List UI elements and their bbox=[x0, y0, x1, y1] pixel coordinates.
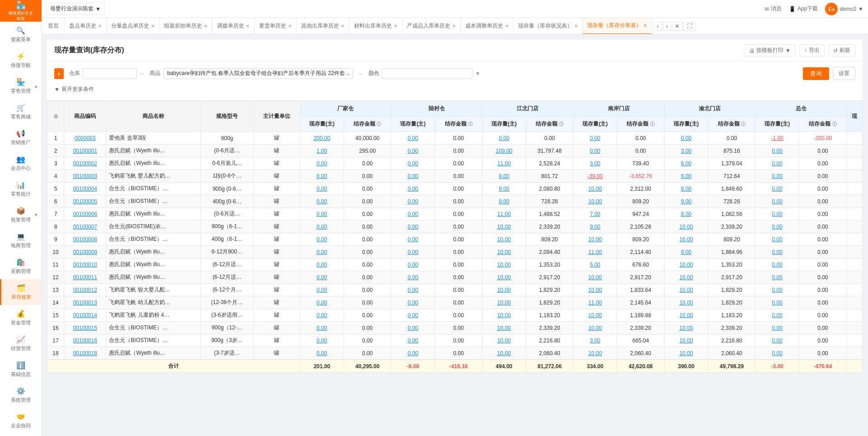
cell-code[interactable]: 00100016 bbox=[64, 334, 106, 347]
tab-stock-dist[interactable]: 现存量（库存分布表） ✕ bbox=[583, 18, 652, 34]
cell-jb-qty[interactable]: 10.00 bbox=[482, 347, 526, 360]
cell-total-qty[interactable]: 0.00 bbox=[755, 258, 799, 271]
cell-yb-qty[interactable]: 0.00 bbox=[664, 132, 708, 145]
cell-code[interactable]: 00100003 bbox=[64, 170, 106, 183]
cell-yb-qty[interactable]: 8.00 bbox=[664, 183, 708, 195]
tab-next-btn[interactable]: › bbox=[663, 22, 671, 31]
cell-na-qty[interactable]: 5.00 bbox=[573, 258, 617, 271]
sidebar-logo[interactable]: 🏪 畅捷通好生意 标版 bbox=[0, 0, 42, 22]
cell-lu-qty[interactable]: 0.00 bbox=[391, 195, 435, 208]
cell-jb-qty[interactable]: 9.00 bbox=[482, 170, 526, 183]
cell-yb-qty[interactable]: 8.00 bbox=[664, 208, 708, 220]
filter-toggle-btn[interactable]: › bbox=[54, 68, 64, 79]
expand-btn[interactable]: ▼ 展开更多条件 bbox=[54, 84, 855, 95]
cell-total-qty[interactable]: 0.00 bbox=[755, 322, 799, 334]
cell-jb-qty[interactable]: 0.00 bbox=[482, 132, 526, 145]
sidebar-item-member[interactable]: 👥 会员中心 bbox=[0, 150, 41, 176]
cell-factory-qty[interactable]: 0.00 bbox=[300, 233, 344, 246]
cell-code[interactable]: 00100005 bbox=[64, 195, 106, 208]
cell-jb-qty[interactable]: 10.00 bbox=[482, 246, 526, 258]
cell-lu-qty[interactable]: 0.00 bbox=[391, 220, 435, 233]
cell-code[interactable]: 00100013 bbox=[64, 296, 106, 309]
color-dropdown-icon[interactable]: ▼ bbox=[475, 70, 481, 77]
cell-yb-qty[interactable]: 10.00 bbox=[664, 309, 708, 322]
cell-lu-qty[interactable]: 0.00 bbox=[391, 296, 435, 309]
tab-close-icon[interactable]: ✕ bbox=[98, 23, 102, 28]
cell-yb-qty[interactable]: 10.00 bbox=[664, 258, 708, 271]
tab-home[interactable]: 首页 bbox=[42, 18, 65, 34]
cell-code[interactable]: 00100012 bbox=[64, 284, 106, 296]
cell-jb-qty[interactable]: 11.00 bbox=[482, 208, 526, 220]
tab-close-all-btn[interactable]: ✕ bbox=[672, 22, 683, 31]
sidebar-item-nav[interactable]: ⚡ 快捷导航 bbox=[0, 47, 41, 73]
tab-prev-btn[interactable]: ‹ bbox=[654, 22, 662, 31]
cell-total-qty[interactable]: 0.00 bbox=[755, 271, 799, 284]
cell-lu-qty[interactable]: 0.00 bbox=[391, 258, 435, 271]
cell-total-qty[interactable]: 0.00 bbox=[755, 309, 799, 322]
sidebar-item-cooperation[interactable]: 🤝 企业协同 bbox=[0, 408, 41, 434]
cell-na-qty[interactable]: 0.00 bbox=[573, 145, 617, 157]
cell-na-qty[interactable]: 10.00 bbox=[573, 271, 617, 284]
cell-code[interactable]: 00100018 bbox=[64, 347, 106, 360]
sidebar-item-finance[interactable]: 💰 资金管理 bbox=[0, 305, 41, 331]
tab-close-icon[interactable]: ✕ bbox=[505, 23, 509, 28]
cell-factory-qty[interactable]: 0.00 bbox=[300, 220, 344, 233]
cell-yb-qty[interactable]: 9.00 bbox=[664, 195, 708, 208]
cell-code[interactable]: 00100001 bbox=[64, 145, 106, 157]
app-download-btn[interactable]: 📱 App下载 bbox=[789, 5, 818, 13]
cell-lu-qty[interactable]: 0.00 bbox=[391, 309, 435, 322]
cell-code[interactable]: 00100011 bbox=[64, 271, 106, 284]
message-btn[interactable]: ✉ 消息 bbox=[764, 5, 782, 13]
sidebar-item-basic[interactable]: ℹ️ 基础信息 bbox=[0, 356, 41, 382]
cell-factory-qty[interactable]: 0.00 bbox=[300, 208, 344, 220]
cell-yb-qty[interactable]: 10.00 bbox=[664, 347, 708, 360]
cell-code[interactable]: 00100010 bbox=[64, 258, 106, 271]
cell-lu-qty[interactable]: 0.00 bbox=[391, 157, 435, 170]
cell-yb-qty[interactable]: 3.00 bbox=[664, 145, 708, 157]
cell-total-qty[interactable]: 0.00 bbox=[755, 220, 799, 233]
cell-total-qty[interactable]: 0.00 bbox=[755, 233, 799, 246]
product-input[interactable] bbox=[163, 68, 353, 79]
cell-total-qty[interactable]: 0.00 bbox=[755, 145, 799, 157]
cell-yb-qty[interactable]: 9.00 bbox=[664, 246, 708, 258]
sidebar-item-retail[interactable]: 🏪 零售管理 ▲ bbox=[0, 73, 41, 99]
cell-code[interactable]: 0000003 bbox=[64, 132, 106, 145]
cell-jb-qty[interactable]: 10.00 bbox=[482, 258, 526, 271]
cell-factory-qty[interactable]: 0.00 bbox=[300, 347, 344, 360]
cell-jb-qty[interactable]: 10.00 bbox=[482, 233, 526, 246]
tab-close-icon[interactable]: ✕ bbox=[643, 23, 647, 28]
sidebar-item-system[interactable]: ⚙️ 系统管理 bbox=[0, 382, 41, 408]
cell-code[interactable]: 00100004 bbox=[64, 183, 106, 195]
cell-factory-qty[interactable]: 0.00 bbox=[300, 296, 344, 309]
tab-product-in[interactable]: 产成品入库单历史 ✕ bbox=[402, 18, 461, 34]
cell-jb-qty[interactable]: 9.00 bbox=[482, 195, 526, 208]
cell-total-qty[interactable]: 0.00 bbox=[755, 195, 799, 208]
sidebar-item-search[interactable]: 🔍 搜索英单 bbox=[0, 22, 41, 47]
cell-na-qty[interactable]: -39.00 bbox=[573, 170, 617, 183]
cell-factory-qty[interactable]: 0.00 bbox=[300, 271, 344, 284]
cell-factory-qty[interactable]: 0.00 bbox=[300, 157, 344, 170]
cell-na-qty[interactable]: 10.00 bbox=[573, 195, 617, 208]
sidebar-item-purchase[interactable]: 🛍️ 采购管理 bbox=[0, 253, 41, 279]
cell-na-qty[interactable]: 9.00 bbox=[573, 220, 617, 233]
cell-jb-qty[interactable]: 10.00 bbox=[482, 334, 526, 347]
tab-close-icon[interactable]: ✕ bbox=[151, 23, 155, 28]
tab-transfer[interactable]: 调拨单历史 ✕ bbox=[212, 18, 255, 34]
cell-code[interactable]: 00100008 bbox=[64, 233, 106, 246]
cell-jb-qty[interactable]: 10.00 bbox=[482, 309, 526, 322]
sidebar-item-operation[interactable]: 📈 经营管理 bbox=[0, 331, 41, 356]
cell-yb-qty[interactable]: 10.00 bbox=[664, 322, 708, 334]
cell-code[interactable]: 00100007 bbox=[64, 220, 106, 233]
tab-split-stocktake[interactable]: 分量盘点单历史 ✕ bbox=[107, 18, 160, 34]
cell-lu-qty[interactable]: 0.00 bbox=[391, 271, 435, 284]
color-input[interactable] bbox=[382, 68, 472, 79]
search-button[interactable]: 查询 bbox=[803, 67, 829, 80]
cell-lu-qty[interactable]: 0.00 bbox=[391, 233, 435, 246]
cell-yb-qty[interactable]: 10.00 bbox=[664, 284, 708, 296]
cell-factory-qty[interactable]: 0.00 bbox=[300, 309, 344, 322]
cell-factory-qty[interactable]: 0.00 bbox=[300, 284, 344, 296]
cell-code[interactable]: 00100015 bbox=[64, 322, 106, 334]
cell-factory-qty[interactable]: 0.00 bbox=[300, 258, 344, 271]
cell-yb-qty[interactable]: 8.00 bbox=[664, 170, 708, 183]
cell-na-qty[interactable]: 11.00 bbox=[573, 246, 617, 258]
